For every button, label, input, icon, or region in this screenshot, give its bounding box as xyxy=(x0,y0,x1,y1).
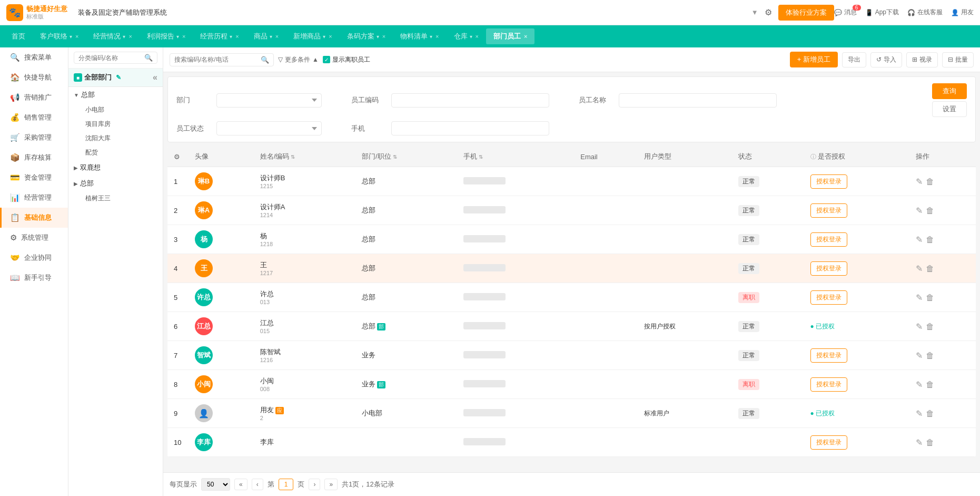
delete-button[interactable]: 🗑 xyxy=(926,322,934,331)
delete-button[interactable]: 🗑 xyxy=(926,264,934,273)
auth-login-button[interactable]: 授权登录 xyxy=(810,232,847,247)
sidebar-item-collab[interactable]: 🤝 企业协同 xyxy=(0,248,68,268)
tree-group-zongbu[interactable]: ▶ 总部 xyxy=(68,176,163,191)
sidebar-item-nav[interactable]: 🏠 快捷导航 xyxy=(0,67,68,87)
auth-login-button[interactable]: 授权登录 xyxy=(810,290,847,305)
purchase-icon: 🛒 xyxy=(10,133,20,142)
page-size-select[interactable]: 50 100 xyxy=(201,478,230,491)
sidebar-item-marketing[interactable]: 📢 营销推广 xyxy=(0,87,68,108)
emp-name-input[interactable] xyxy=(619,93,777,108)
tree-search-input[interactable] xyxy=(78,54,142,62)
edit-button[interactable]: ✎ xyxy=(916,235,923,244)
first-page-btn[interactable]: « xyxy=(234,479,248,490)
auth-login-button[interactable]: 授权登录 xyxy=(810,377,847,392)
sidebar-item-sales[interactable]: 💰 销售管理 xyxy=(0,108,68,128)
name-sort-icon[interactable]: ⇅ xyxy=(291,154,295,160)
auth-login-button[interactable]: 授权登录 xyxy=(810,348,847,363)
next-page-btn[interactable]: › xyxy=(309,479,320,490)
message-action[interactable]: 💬 消息 6 xyxy=(834,8,857,17)
reset-button[interactable]: 设置 xyxy=(932,101,967,117)
auth-login-button[interactable]: 授权登录 xyxy=(810,261,847,276)
sidebar-item-basic[interactable]: 📋 基础信息 xyxy=(0,208,68,228)
delete-button[interactable]: 🗑 xyxy=(926,235,934,244)
trial-button[interactable]: 体验行业方案 xyxy=(778,5,834,21)
edit-button[interactable]: ✎ xyxy=(916,409,923,418)
settings-icon[interactable]: ⚙ xyxy=(765,7,772,17)
delete-button[interactable]: 🗑 xyxy=(926,293,934,302)
edit-button[interactable]: ✎ xyxy=(916,351,923,360)
emp-status-select[interactable] xyxy=(216,121,322,135)
edit-button[interactable]: ✎ xyxy=(916,380,923,389)
add-employee-button[interactable]: + 新增员工 xyxy=(790,52,838,67)
show-resigned-toggle[interactable]: ✓ 显示离职员工 xyxy=(323,55,370,64)
online-service-action[interactable]: 🎧 在线客服 xyxy=(907,8,943,17)
tree-search-box[interactable]: 🔍 xyxy=(74,52,157,64)
edit-button[interactable]: ✎ xyxy=(916,293,923,302)
phone-input[interactable] xyxy=(391,121,549,135)
sidebar-item-business[interactable]: 📊 经营管理 xyxy=(0,188,68,208)
sidebar-item-finance[interactable]: 💳 资金管理 xyxy=(0,168,68,188)
auth-login-button[interactable]: 授权登录 xyxy=(810,203,847,218)
sidebar-item-system[interactable]: ⚙ 系统管理 xyxy=(0,228,68,248)
tree-child-zhishu[interactable]: 植树王三 xyxy=(68,191,163,206)
query-button[interactable]: 查询 xyxy=(932,83,967,99)
last-page-btn[interactable]: » xyxy=(324,479,338,490)
delete-button[interactable]: 🗑 xyxy=(926,438,934,447)
batch-button[interactable]: ⊟ 批量 xyxy=(942,52,974,67)
edit-button[interactable]: ✎ xyxy=(916,264,923,273)
tab-operation[interactable]: 经营情况▾× xyxy=(86,28,139,44)
more-filter[interactable]: ▽ 更多条件 ▲ xyxy=(278,55,319,64)
delete-button[interactable]: 🗑 xyxy=(926,380,934,389)
edit-button[interactable]: ✎ xyxy=(916,177,923,186)
tree-child-project[interactable]: 项目库房 xyxy=(68,117,163,131)
sidebar-item-guide[interactable]: 📖 新手引导 xyxy=(0,268,68,288)
tab-customer[interactable]: 客户联络▾× xyxy=(33,28,86,44)
sidebar-item-search[interactable]: 🔍 搜索菜单 xyxy=(0,47,68,67)
tab-history[interactable]: 经营历程▾× xyxy=(193,28,246,44)
tab-department[interactable]: 部门员工× xyxy=(486,28,534,44)
system-title-dropdown-icon[interactable]: ▼ xyxy=(751,8,758,16)
tree-group-main[interactable]: ▼ 总部 xyxy=(68,87,163,103)
dept-name: 总部 xyxy=(362,293,375,301)
app-download-action[interactable]: 📱 App下载 xyxy=(865,8,899,17)
delete-button[interactable]: 🗑 xyxy=(926,409,934,418)
auth-login-button[interactable]: 授权登录 xyxy=(810,174,847,189)
delete-button[interactable]: 🗑 xyxy=(926,351,934,360)
dept-select[interactable] xyxy=(216,93,322,108)
tree-child-xiaodian[interactable]: 小电部 xyxy=(68,103,163,117)
sidebar-item-inventory[interactable]: 📦 库存核算 xyxy=(0,148,68,168)
collapse-tree-icon[interactable]: « xyxy=(153,73,157,82)
tab-barcode[interactable]: 条码方案▾× xyxy=(340,28,393,44)
tree-all-dept[interactable]: ■ 全部部门 ✎ « xyxy=(68,69,163,87)
th-settings[interactable]: ⚙ xyxy=(167,147,189,167)
cell-email xyxy=(574,225,638,254)
edit-dept-icon[interactable]: ✎ xyxy=(116,74,121,81)
tab-goods[interactable]: 商品▾× xyxy=(246,28,286,44)
prev-page-btn[interactable]: ‹ xyxy=(252,479,263,490)
dept-sort-icon[interactable]: ⇅ xyxy=(393,154,397,160)
delete-button[interactable]: 🗑 xyxy=(926,177,934,186)
delete-button[interactable]: 🗑 xyxy=(926,206,934,215)
view-button[interactable]: ⊞ 视录 xyxy=(906,52,938,67)
tab-profit[interactable]: 利润报告▾× xyxy=(140,28,193,44)
emp-code-input[interactable] xyxy=(391,93,549,108)
tree-child-shenyang[interactable]: 沈阳大库 xyxy=(68,131,163,145)
user-action[interactable]: 👤 用友 xyxy=(951,8,974,17)
tab-add-goods[interactable]: 新增商品▾× xyxy=(286,28,339,44)
tab-bom[interactable]: 物料清单▾× xyxy=(393,28,446,44)
system-title: 装备及固定资产辅助管理系统 xyxy=(78,8,749,17)
tree-group-shuanglu[interactable]: ▶ 双鹿想 xyxy=(68,160,163,176)
edit-button[interactable]: ✎ xyxy=(916,206,923,215)
tab-customer-close[interactable]: × xyxy=(75,33,78,40)
edit-button[interactable]: ✎ xyxy=(916,322,923,331)
sidebar-item-purchase[interactable]: 🛒 采购管理 xyxy=(0,128,68,148)
export-button[interactable]: 导出 xyxy=(842,52,866,67)
import-button[interactable]: ↺ 导入 xyxy=(870,52,902,67)
edit-button[interactable]: ✎ xyxy=(916,438,923,447)
search-input[interactable] xyxy=(174,56,259,63)
phone-sort-icon[interactable]: ⇅ xyxy=(479,154,483,160)
tab-home[interactable]: 首页 xyxy=(4,28,33,44)
tree-child-peihuo[interactable]: 配货 xyxy=(68,145,163,160)
auth-login-button[interactable]: 授权登录 xyxy=(810,435,847,450)
tab-warehouse[interactable]: 仓库▾× xyxy=(447,28,486,44)
